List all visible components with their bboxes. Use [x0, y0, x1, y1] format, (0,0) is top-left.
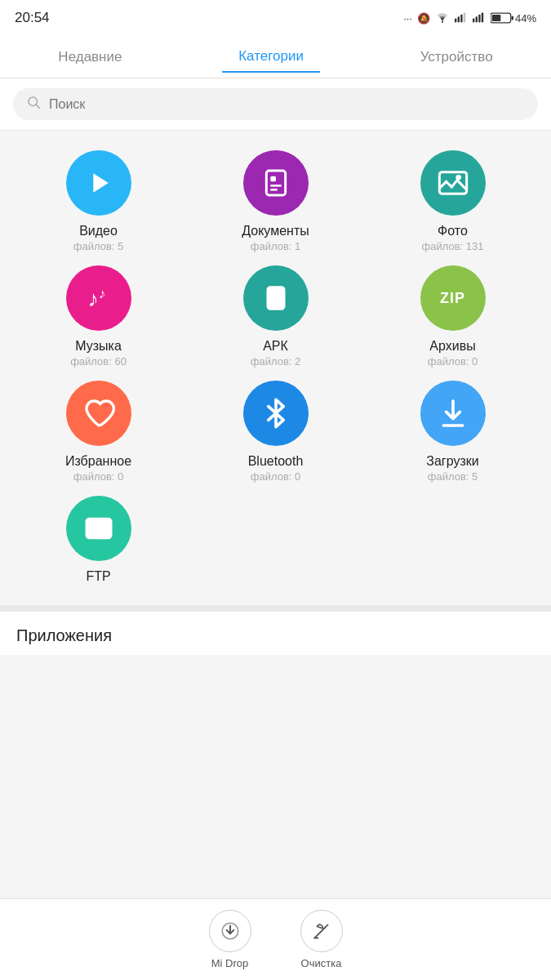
category-music[interactable]: ♪ ♪ Музыка файлов: 60: [13, 265, 184, 368]
svg-rect-15: [266, 171, 285, 195]
downloads-icon-bg: [420, 381, 486, 446]
category-video-count: файлов: 5: [73, 240, 124, 252]
mute-icon: 🔕: [417, 12, 430, 24]
svg-rect-24: [272, 292, 280, 298]
bottom-bar: Mi Drop Очистка: [0, 898, 551, 980]
svg-rect-2: [458, 16, 460, 22]
bluetooth-icon-bg: [243, 381, 309, 446]
wifi-icon: [435, 11, 450, 25]
svg-rect-6: [476, 16, 478, 22]
svg-marker-14: [93, 173, 108, 192]
category-music-count: файлов: 60: [70, 355, 127, 368]
category-apk-name: АРК: [263, 339, 288, 354]
category-downloads-name: Загрузки: [426, 454, 478, 469]
photos-icon-bg: [420, 150, 486, 216]
category-photos-count: файлов: 131: [422, 240, 484, 252]
svg-rect-3: [460, 14, 462, 22]
category-apk[interactable]: АРК файлов: 2: [190, 265, 361, 368]
tab-categories[interactable]: Категории: [222, 42, 320, 73]
category-docs[interactable]: Документы файлов: 1: [190, 150, 361, 252]
clean-label: Очистка: [301, 957, 342, 969]
svg-rect-16: [270, 176, 276, 182]
status-bar: 20:54 ··· 🔕: [0, 0, 551, 36]
ftp-icon-bg: [66, 496, 131, 561]
category-apk-count: файлов: 2: [251, 355, 301, 368]
category-archives-name: Архивы: [429, 339, 475, 354]
apk-icon-bg: [243, 265, 309, 331]
tab-recent[interactable]: Недавние: [42, 42, 138, 72]
category-archives[interactable]: ZIP Архивы файлов: 0: [367, 265, 538, 368]
status-icons: ··· 🔕: [403, 11, 536, 25]
svg-point-0: [442, 20, 443, 22]
tab-bar: Недавние Категории Устройство: [0, 36, 551, 78]
category-music-name: Музыка: [75, 339, 122, 354]
music-icon-bg: ♪ ♪: [66, 265, 131, 331]
tab-device[interactable]: Устройство: [404, 42, 509, 72]
search-container: [0, 78, 551, 131]
svg-rect-11: [492, 15, 501, 21]
apps-title: Приложения: [16, 626, 112, 644]
midrop-button[interactable]: Mi Drop: [209, 910, 251, 969]
apps-section: Приложения: [0, 612, 551, 655]
category-ftp[interactable]: FTP: [13, 496, 184, 586]
signal-bar2-icon: [473, 11, 486, 25]
search-icon: [26, 95, 41, 114]
svg-text:♪: ♪: [87, 287, 98, 311]
battery-percent: 44%: [515, 12, 536, 24]
svg-rect-7: [478, 14, 480, 22]
category-photos-name: Фото: [438, 224, 468, 238]
category-ftp-name: FTP: [86, 569, 110, 584]
video-icon-bg: [66, 150, 131, 216]
categories-grid: Видео файлов: 5 Документы файлов: 1: [13, 150, 538, 586]
archives-icon-bg: ZIP: [420, 265, 486, 331]
category-favorites-count: файлов: 0: [73, 470, 124, 483]
clean-button[interactable]: Очистка: [300, 910, 343, 969]
svg-rect-1: [455, 18, 456, 22]
svg-rect-10: [511, 16, 513, 20]
status-time: 20:54: [15, 10, 50, 26]
midrop-icon-circle: [209, 910, 251, 952]
category-docs-count: файлов: 1: [251, 240, 301, 252]
category-downloads-count: файлов: 5: [428, 470, 478, 483]
clean-icon-circle: [300, 910, 343, 952]
category-bluetooth[interactable]: Bluetooth файлов: 0: [190, 381, 361, 483]
category-archives-count: файлов: 0: [428, 355, 478, 368]
signal-bar1-icon: [455, 11, 468, 25]
search-input[interactable]: [49, 97, 525, 112]
category-favorites-name: Избранное: [65, 454, 131, 469]
docs-icon-bg: [243, 150, 309, 216]
svg-rect-8: [482, 12, 483, 22]
favorites-icon-bg: [66, 381, 131, 446]
svg-point-20: [455, 175, 461, 180]
category-bluetooth-name: Bluetooth: [248, 454, 304, 469]
category-video[interactable]: Видео файлов: 5: [13, 150, 184, 252]
battery-icon: 44%: [491, 12, 536, 24]
category-downloads[interactable]: Загрузки файлов: 5: [367, 381, 538, 483]
category-docs-name: Документы: [242, 224, 309, 238]
midrop-label: Mi Drop: [211, 957, 249, 969]
category-photos[interactable]: Фото файлов: 131: [367, 150, 538, 252]
signal-dots-icon: ···: [403, 12, 412, 24]
svg-line-13: [36, 105, 39, 108]
search-box: [13, 88, 538, 120]
svg-rect-4: [464, 12, 465, 22]
svg-rect-5: [473, 18, 474, 22]
category-bluetooth-count: файлов: 0: [251, 470, 301, 483]
category-favorites[interactable]: Избранное файлов: 0: [13, 381, 184, 483]
svg-text:♪: ♪: [99, 286, 105, 301]
main-content: Видео файлов: 5 Документы файлов: 1: [0, 131, 551, 873]
section-divider: [0, 605, 551, 612]
category-video-name: Видео: [79, 224, 118, 238]
